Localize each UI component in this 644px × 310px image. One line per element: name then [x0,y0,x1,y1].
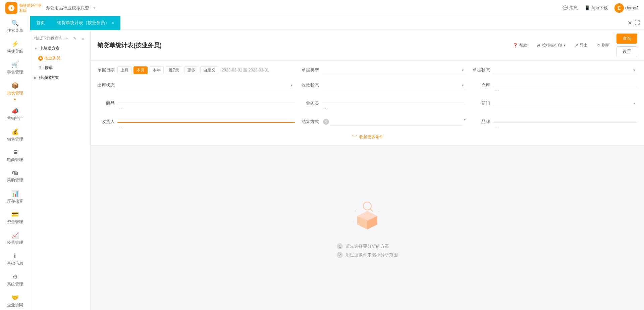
settle-clear-button[interactable]: ✕ [323,119,329,125]
receiver-more-icon[interactable]: … [119,123,124,128]
filter-warehouse: 仓库 … [473,78,637,92]
date-btn-7days[interactable]: 近7天 [166,66,182,74]
refresh-icon: ↻ [597,43,600,48]
sidebar-item-corp[interactable]: 🤝 企业协同 [0,291,30,310]
settle-arrow-icon: ▾ [464,117,466,122]
tab-sales-stat[interactable]: 销货单统计表（按业务员） ✕ [51,16,120,30]
date-btn-this-year[interactable]: 本年 [150,66,164,74]
sidebar-item-marketing[interactable]: 📣 营销推广 [0,104,30,125]
sidebar-item-inventory[interactable]: 📊 库存核算 [0,187,30,207]
tree-arrow-mobile-icon: ▶ [34,76,37,80]
goods-wrap: … [117,96,295,110]
receiver-input[interactable] [117,114,295,123]
sidebar-item-operation[interactable]: 📈 经营管理 [0,228,30,249]
header-right: 💬 消息 📱 App下载 E demo2 [562,3,639,13]
collect-status-wrap: ▾ [322,81,466,89]
empty-tip-2: 2 用过滤条件来缩小分析范围 [337,252,398,258]
filter-dept: 部门 ▾ [473,99,637,107]
date-btn-more[interactable]: 更多 [184,66,198,74]
doc-status-label: 单据状态 [473,67,490,73]
app-container: 畅捷通好生意 标版 办公用品行业模拟账套 ▾ 💬 消息 📱 App下载 E de… [0,0,644,310]
app-download-action[interactable]: 📱 App下载 [585,5,608,11]
tree-item-by-doc[interactable]: ⠿ 按单 [30,63,90,73]
goods-label: 商品 [97,100,115,106]
settle-select[interactable] [330,118,463,126]
top-header: 畅捷通好生意 标版 办公用品行业模拟账套 ▾ 💬 消息 📱 App下载 E de… [0,0,644,16]
date-filter-wrap: 上月 本月 本年 近7天 更多 自定义 2023-03-01 至 2023-03… [117,66,269,74]
tab-maximize-button[interactable]: ⛶ [635,20,640,26]
help-button[interactable]: ❓ 帮助 [510,41,530,50]
tab-close-button[interactable]: ✕ [628,20,632,26]
print-button[interactable]: 🖨 按模板打印 ▾ [534,41,568,50]
refresh-button[interactable]: ↻ 刷新 [594,41,612,50]
retail-icon: 🛒 [11,61,19,68]
date-btn-custom[interactable]: 自定义 [200,66,218,74]
add-scheme-button[interactable]: ＋ [63,35,70,42]
settings-button[interactable]: 设置 [616,46,637,57]
empty-tips: 1 请先选择要分析的方案 2 用过滤条件来缩小分析范围 [337,243,398,258]
brand-input[interactable] [493,115,637,123]
tab-close-icon[interactable]: ✕ [111,21,114,25]
doc-type-select[interactable] [322,66,466,74]
export-icon: ↗ [575,43,578,48]
dept-select[interactable] [493,99,637,107]
finance-icon: 💳 [11,211,19,218]
right-panel: 销货单统计表(按业务员) ❓ 帮助 🖨 按模板打印 ▾ [91,30,644,310]
date-range: 2023-03-01 至 2023-03-31 [222,67,269,73]
sidebar-item-wholesale[interactable]: 📦 批发管理 ▲ [0,79,30,104]
filter-row-1: 单据日期 上月 本月 本年 近7天 更多 自定义 2023-03-01 至 20… [97,66,637,74]
salesperson-label: 业务员 [302,100,319,106]
settle-wrap: ✕ ▾ [322,118,466,126]
filter-row-4: 收货人 … 结算方式 ✕ [97,114,637,129]
date-btn-last-month[interactable]: 上月 [117,66,131,74]
doc-type-wrap: ▾ [322,66,466,74]
date-btn-this-month[interactable]: 本月 [133,66,148,74]
goods-more-icon[interactable]: … [119,104,124,110]
filter-area: 单据日期 上月 本月 本年 近7天 更多 自定义 2023-03-01 至 20… [91,61,644,146]
sidebar-item-search[interactable]: 🔍 搜索菜单 [0,16,30,37]
tree-item-salesperson[interactable]: 按业务员 [30,53,90,63]
sidebar-item-quick-nav[interactable]: ⚡ 快捷导航 [0,37,30,58]
sidebar-item-sales[interactable]: 💰 销售管理 [0,125,30,146]
collect-status-select[interactable] [322,81,466,89]
page-title-actions: ❓ 帮助 🖨 按模板打印 ▾ ↗ 导出 [510,34,637,57]
tree-item-mobile[interactable]: ▶ 移动端方案 [30,73,90,83]
out-status-select[interactable] [117,81,295,89]
warehouse-input[interactable] [493,78,637,86]
svg-point-8 [353,221,354,222]
receiver-wrap: … [117,114,295,129]
sidebar-item-purchase[interactable]: 🛍 采购管理 [0,166,30,187]
edit-scheme-button[interactable]: ✎ [71,35,78,42]
page-title-bar: 销货单统计表(按业务员) ❓ 帮助 🖨 按模板打印 ▾ [91,30,644,61]
salesperson-more-icon[interactable]: … [323,104,328,110]
tab-bar-controls: ✕ ⛶ [628,20,644,26]
query-button[interactable]: 查询 [616,34,637,44]
sidebar: 🔍 搜索菜单 ⚡ 快捷导航 🛒 零售管理 📦 批发管理 ▲ 📣 营销推广 � [0,16,30,310]
sidebar-item-basic[interactable]: ℹ 基础信息 [0,249,30,270]
sidebar-item-system[interactable]: ⚙ 系统管理 [0,270,30,291]
filter-doc-type: 单据类型 ▾ [302,66,466,74]
tree-item-pc[interactable]: ▼ 电脑端方案 [30,44,90,53]
user-area[interactable]: E demo2 [614,3,639,13]
inventory-icon: 📊 [11,190,19,197]
collapse-panel-button[interactable]: « [79,35,86,42]
warehouse-more-icon[interactable]: … [494,86,499,92]
filter-row-3: 商品 … 业务员 … [97,96,637,110]
sidebar-item-retail[interactable]: 🛒 零售管理 [0,58,30,79]
sidebar-item-ecommerce[interactable]: 🖥 电商管理 [0,146,30,166]
salesperson-input[interactable] [322,96,466,104]
logo-text: 畅捷通好生意 标版 [19,3,42,13]
export-button[interactable]: ↗ 导出 [572,41,590,50]
brand-more-icon[interactable]: … [494,123,499,128]
tab-home[interactable]: 首页 [30,16,51,30]
logo-area: 畅捷通好生意 标版 [5,2,42,14]
goods-input[interactable] [117,96,295,104]
warehouse-label: 仓库 [473,82,490,88]
message-action[interactable]: 💬 消息 [562,5,578,11]
collapse-button[interactable]: ⌃⌃ 收起更多条件 [97,133,637,141]
message-icon: 💬 [562,5,568,10]
doc-status-select[interactable] [493,66,637,74]
page-content: 按以下方案查询 ＋ ✎ « ▼ 电脑端方案 [30,30,644,310]
filter-receiver: 收货人 … [97,114,295,129]
sidebar-item-finance[interactable]: 💳 资金管理 [0,207,30,228]
